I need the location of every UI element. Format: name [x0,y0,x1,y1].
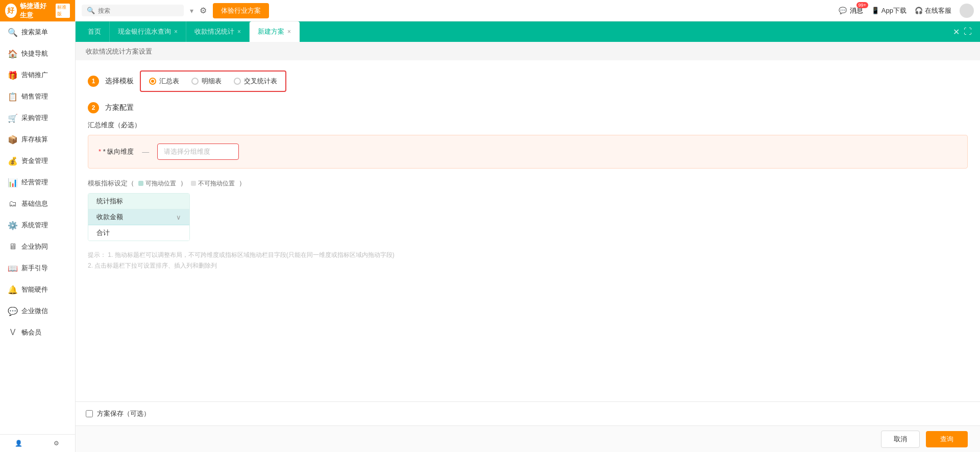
sidebar-item-collab[interactable]: 🖥 企业协同 [0,236,75,257]
sidebar-item-member[interactable]: V 畅会员 [0,322,75,343]
hardware-icon: 🔔 [8,285,17,294]
window-maximize-icon[interactable]: ⛶ [964,27,972,36]
sidebar-item-system[interactable]: ⚙️ 系统管理 [0,215,75,236]
sidebar-item-label: 新手引导 [21,264,48,273]
topbar: 🔍 ▾ ⚙ 体验行业方案 💬 99+ 消息 📱 App下载 🎧 在线客服 [76,0,980,21]
management-icon: 📊 [8,178,17,187]
sidebar: 好 畅捷通好生意 标准版 🔍 搜索菜单 🏠 快捷导航 🎁 营销推广 📋 销售管理… [0,0,76,452]
search-box[interactable]: 🔍 [82,5,184,16]
gift-icon: 🎁 [8,70,17,80]
tab-cashflow[interactable]: 现金银行流水查询 × [110,21,186,42]
sidebar-item-label: 经营管理 [21,178,48,187]
sidebar-setting-btn[interactable]: ⚙ [38,435,76,452]
query-button[interactable]: 查询 [926,431,968,447]
inventory-icon: 📦 [8,135,17,144]
radio-cross-label: 交叉统计表 [244,77,277,86]
user-avatar[interactable] [960,4,974,18]
info-icon: 🗂 [8,199,17,208]
message-icon: 💬 [839,7,847,14]
non-draggable-legend: 不可拖动位置 [191,179,235,188]
chevron-down-icon[interactable]: ∨ [176,213,181,221]
dimension-group-label: 汇总维度（必选） [88,121,968,130]
sidebar-logo: 好 畅捷通好生意 标准版 [0,0,75,21]
sidebar-item-inventory[interactable]: 📦 库存核算 [0,129,75,150]
search-icon: 🔍 [87,7,95,14]
member-icon: V [8,328,17,337]
dimension-select[interactable]: 请选择分组维度 [157,144,239,160]
hint-line-1: 提示： 1. 拖动标题栏可以调整布局，不可跨维度或指标区域拖动栏目字段(只能在同… [88,251,968,259]
metrics-col1-header[interactable]: 收款金额 ∨ [88,209,189,225]
search-input[interactable] [98,7,169,14]
chevron-down-icon[interactable]: ▾ [190,7,193,15]
radio-cross-circle [234,78,241,85]
sidebar-item-search[interactable]: 🔍 搜索菜单 [0,21,75,43]
non-draggable-dot [191,181,196,186]
dimension-select-placeholder: 请选择分组维度 [164,148,210,155]
sidebar-item-guide[interactable]: 📖 新手引导 [0,257,75,279]
radio-detail-circle [191,78,199,85]
download-item[interactable]: 📱 App下载 [871,6,906,15]
sidebar-item-label: 快捷导航 [21,49,48,58]
logo-badge: 标准版 [56,4,70,18]
window-close-icon[interactable]: ✕ [953,27,960,37]
trial-button[interactable]: 体验行业方案 [213,3,269,18]
radio-summary-circle [149,78,156,85]
breadcrumb: 收款情况统计方案设置 [76,42,980,60]
save-checkbox[interactable] [86,410,93,417]
message-item[interactable]: 💬 99+ 消息 [839,6,863,15]
service-item[interactable]: 🎧 在线客服 [915,6,951,15]
sidebar-item-nav[interactable]: 🏠 快捷导航 [0,43,75,64]
sidebar-item-purchase[interactable]: 🛒 采购管理 [0,107,75,129]
sidebar-item-label: 智能硬件 [21,285,48,294]
close-icon[interactable]: × [287,28,291,35]
logo-icon: 好 [5,4,17,18]
weixin-icon: 💬 [8,306,17,316]
step1-title: 选择模板 [105,77,134,86]
sidebar-item-label: 企业协同 [21,242,48,251]
radio-cross[interactable]: 交叉统计表 [234,77,277,86]
cancel-button[interactable]: 取消 [881,431,920,448]
tab-home-label: 首页 [88,27,101,36]
close-icon[interactable]: × [237,28,241,35]
tab-cashflow-label: 现金银行流水查询 [118,27,171,36]
save-label: 方案保存（可选） [97,409,150,418]
sidebar-item-marketing[interactable]: 🎁 营销推广 [0,64,75,86]
sidebar-item-weixin[interactable]: 💬 企业微信 [0,300,75,322]
sidebar-item-funds[interactable]: 💰 资金管理 [0,150,75,172]
radio-detail[interactable]: 明细表 [191,77,222,86]
topbar-right: 💬 99+ 消息 📱 App下载 🎧 在线客服 [839,4,974,18]
save-section: 方案保存（可选） [76,401,980,425]
hint-line-2: 2. 点击标题栏下拉可设置排序、插入列和删除列 [88,261,968,270]
gear-icon[interactable]: ⚙ [200,6,207,15]
sidebar-item-info[interactable]: 🗂 基础信息 [0,193,75,215]
tab-home[interactable]: 首页 [80,21,110,42]
home-icon: 🏠 [8,49,17,58]
tab-receipts[interactable]: 收款情况统计 × [186,21,250,42]
sidebar-item-hardware[interactable]: 🔔 智能硬件 [0,279,75,300]
arrow-icon: — [142,148,149,156]
step2-circle: 2 [88,102,99,113]
sidebar-footer: 👤 ⚙ [0,434,75,452]
metrics-col1-label: 收款金额 [96,212,123,222]
draggable-label: 可拖动位置 [145,179,176,188]
sidebar-item-sales[interactable]: 📋 销售管理 [0,86,75,107]
hint-area: 提示： 1. 拖动标题栏可以调整布局，不可跨维度或指标区域拖动栏目字段(只能在同… [88,251,968,270]
metrics-settings: 模板指标设定（ 可拖动位置 ） 不可拖动位置 ） [88,179,968,243]
breadcrumb-text: 收款情况统计方案设置 [86,47,152,55]
radio-detail-label: 明细表 [202,77,222,86]
sidebar-user-btn[interactable]: 👤 [0,435,38,452]
close-icon[interactable]: × [174,28,178,35]
sidebar-item-label: 资金管理 [21,156,48,165]
tabbar-right: ✕ ⛶ [953,27,976,37]
tab-receipts-label: 收款情况统计 [194,27,234,36]
sidebar-item-management[interactable]: 📊 经营管理 [0,172,75,193]
step1-circle: 1 [88,76,99,87]
draggable-dot [138,181,143,186]
step2-section: 2 方案配置 汇总维度（必选） * * 纵向维度 [88,102,968,270]
content-area: 收款情况统计方案设置 1 选择模板 汇总表 明细表 [76,42,980,425]
tab-new-plan[interactable]: 新建方案 × [250,21,300,42]
sidebar-item-label: 销售管理 [21,92,48,101]
sidebar-item-label: 搜索菜单 [21,28,48,37]
radio-summary[interactable]: 汇总表 [149,77,179,86]
template-options: 汇总表 明细表 交叉统计表 [140,70,286,92]
